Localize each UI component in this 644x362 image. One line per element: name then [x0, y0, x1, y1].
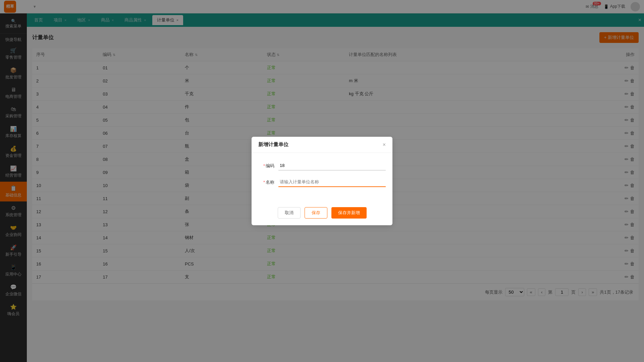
code-form-row: *编码 — [258, 161, 386, 171]
code-required-mark: * — [263, 163, 265, 168]
name-form-row: *名称 — [258, 177, 386, 187]
name-label: *名称 — [258, 179, 278, 185]
modal-title: 新增计量单位 — [258, 141, 288, 148]
code-label: *编码 — [258, 163, 278, 169]
modal-footer: 取消 保存 保存并新增 — [252, 202, 392, 225]
name-input[interactable] — [278, 177, 386, 187]
name-required-mark: * — [263, 180, 265, 185]
modal-header: 新增计量单位 × — [252, 137, 392, 153]
modal-body: *编码 *名称 — [252, 153, 392, 202]
modal-close-button[interactable]: × — [383, 142, 386, 148]
code-input[interactable] — [278, 161, 386, 171]
save-and-new-button[interactable]: 保存并新增 — [331, 207, 367, 219]
cancel-button[interactable]: 取消 — [278, 207, 301, 219]
save-button[interactable]: 保存 — [305, 207, 327, 219]
add-unit-modal: 新增计量单位 × *编码 *名称 取消 保存 保存并新增 — [252, 137, 392, 225]
modal-overlay: 新增计量单位 × *编码 *名称 取消 保存 保存并新增 — [0, 0, 644, 362]
